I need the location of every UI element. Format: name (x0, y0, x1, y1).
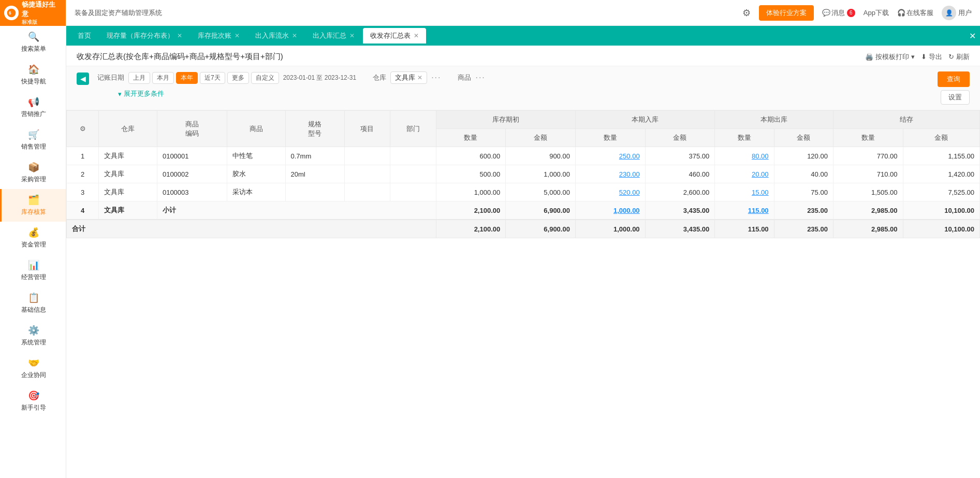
sidebar-label-system: 系统管理 (21, 338, 46, 347)
date-btn-本月[interactable]: 本月 (152, 72, 174, 84)
row-out-qty[interactable]: 15.00 (715, 183, 774, 201)
settings-icon[interactable]: ⚙ (742, 7, 751, 19)
out-qty-link[interactable]: 20.00 (752, 170, 769, 178)
sidebar-item-operations[interactable]: 📊经营管理 (0, 254, 66, 287)
sidebar-item-quick[interactable]: 🏠快捷导航 (0, 59, 66, 91)
total-row: 合计 2,100.00 6,900.00 1,000.00 3,435.00 1… (67, 220, 980, 238)
sidebar-item-cooperation[interactable]: 🤝企业协同 (0, 352, 66, 385)
svg-point-0 (7, 9, 16, 18)
row-out-qty[interactable]: 80.00 (715, 147, 774, 165)
filter-bar: ◀ 记账日期 上月本月本年近7天更多自定义 2023-01-01 至 2023-… (66, 66, 980, 110)
open-qty-header: 数量 (436, 129, 506, 147)
out-qty-link[interactable]: 80.00 (752, 152, 769, 160)
subtotal-in-amt: 3,435.00 (645, 201, 715, 220)
tab-close-icon[interactable]: ✕ (235, 32, 240, 39)
refresh-button[interactable]: ↻ 刷新 (948, 52, 970, 62)
row-open-amt: 1,000.00 (506, 165, 576, 183)
tab---[interactable]: 首页 (70, 28, 98, 44)
row-out-amt: 40.00 (774, 165, 833, 183)
row-out-amt: 75.00 (774, 183, 833, 201)
row-open-qty: 1,000.00 (436, 183, 506, 201)
date-btn-近7天[interactable]: 近7天 (200, 72, 225, 84)
close-all-icon[interactable]: ✕ (969, 31, 976, 41)
dept-header: 部门 (390, 111, 436, 147)
goods-more-icon[interactable]: ··· (475, 73, 485, 82)
date-buttons: 上月本月本年近7天更多自定义 (128, 72, 279, 84)
tab-close-icon[interactable]: ✕ (292, 32, 297, 39)
in-qty-link[interactable]: 230.00 (619, 170, 640, 178)
sidebar-item-inventory[interactable]: 🗂️库存核算 (0, 189, 66, 222)
tab-close-icon[interactable]: ✕ (349, 32, 355, 39)
expand-more-button[interactable]: ▾ 展开更多条件 (118, 89, 486, 98)
row-out-qty[interactable]: 20.00 (715, 165, 774, 183)
in-qty-link[interactable]: 250.00 (619, 152, 640, 160)
in-qty-link[interactable]: 520.00 (619, 189, 640, 196)
date-btn-自定义[interactable]: 自定义 (251, 72, 279, 84)
printer-icon: 🖨️ (865, 53, 873, 61)
row-name: 采访本 (227, 183, 285, 201)
user-menu[interactable]: 👤 用户 (942, 6, 972, 20)
page-actions: 🖨️ 按模板打印 ▾ ⬇ 导出 ↻ 刷新 (865, 52, 970, 62)
sidebar-item-basic[interactable]: 📋基础信息 (0, 287, 66, 320)
subtotal-close-qty: 2,985.00 (833, 201, 903, 220)
tab-close-icon[interactable]: ✕ (414, 32, 419, 39)
warehouse-more-icon[interactable]: ··· (431, 73, 441, 82)
sidebar-item-guide[interactable]: 🎯新手引导 (0, 385, 66, 417)
sidebar-item-sales[interactable]: 🛒销售管理 (0, 124, 66, 156)
subtotal-out-qty-link[interactable]: 115.00 (748, 207, 769, 214)
settings-small-button[interactable]: 设置 (941, 90, 970, 105)
date-btn-上月[interactable]: 上月 (128, 72, 150, 84)
user-name: 用户 (958, 8, 972, 18)
open-amt-header: 金额 (506, 129, 576, 147)
tab-----------[interactable]: 现存量（库存分布表）✕ (99, 28, 189, 44)
date-btn-更多[interactable]: 更多 (227, 72, 249, 84)
total-out-amt: 235.00 (774, 220, 833, 238)
subtotal-open-qty: 2,100.00 (436, 201, 506, 220)
row-code: 0100001 (157, 147, 227, 165)
row-project (344, 147, 390, 165)
code-header: 商品编码 (157, 111, 227, 147)
export-button[interactable]: ⬇ 导出 (921, 52, 942, 62)
system-icon: ⚙️ (28, 325, 39, 336)
notification-item[interactable]: 💬 消息6 (822, 8, 855, 18)
print-button[interactable]: 🖨️ 按模板打印 ▾ (865, 52, 915, 62)
sidebar-item-finance[interactable]: 💰资金管理 (0, 222, 66, 254)
query-button[interactable]: 查询 (938, 71, 970, 87)
total-label: 合计 (67, 220, 436, 238)
date-btn-本年[interactable]: 本年 (176, 72, 198, 84)
total-close-amt: 10,100.00 (903, 220, 979, 238)
in-qty-header: 数量 (575, 129, 645, 147)
guide-icon: 🎯 (28, 390, 39, 401)
tab------[interactable]: 出入库汇总✕ (305, 28, 362, 44)
row-in-qty[interactable]: 250.00 (575, 147, 645, 165)
trial-button[interactable]: 体验行业方案 (759, 5, 814, 21)
tab------[interactable]: 出入库流水✕ (248, 28, 304, 44)
row-open-qty: 500.00 (436, 165, 506, 183)
warehouse-tag-close[interactable]: ✕ (417, 74, 422, 81)
online-service-link[interactable]: 🎧 在线客服 (897, 8, 933, 18)
row-in-qty[interactable]: 520.00 (575, 183, 645, 201)
system-title: 装备及固定资产辅助管理系统 (75, 8, 734, 18)
tab-------[interactable]: 收发存汇总表✕ (363, 28, 426, 44)
sidebar-item-purchase[interactable]: 📦采购管理 (0, 156, 66, 189)
tab------[interactable]: 库存批次账✕ (191, 28, 247, 44)
row-in-qty[interactable]: 230.00 (575, 165, 645, 183)
date-range: 2023-01-01 至 2023-12-31 (283, 74, 356, 82)
tab-close-icon[interactable]: ✕ (177, 32, 182, 39)
total-open-qty: 2,100.00 (436, 220, 506, 238)
table-settings-header[interactable]: ⚙ (67, 111, 99, 147)
out-qty-link[interactable]: 15.00 (752, 189, 769, 196)
sidebar-item-search[interactable]: 🔍搜索菜单 (0, 26, 66, 59)
subtotal-in-qty-link[interactable]: 1,000.00 (613, 207, 640, 214)
filter-toggle-button[interactable]: ◀ (77, 73, 89, 85)
row-close-amt: 1,155.00 (903, 147, 979, 165)
sidebar-label-basic: 基础信息 (21, 306, 46, 314)
warehouse-label: 仓库 (373, 73, 386, 82)
close-qty-header: 数量 (833, 129, 903, 147)
warehouse-tag[interactable]: 文具库 ✕ (390, 71, 427, 84)
app-download-link[interactable]: App下载 (864, 8, 889, 18)
sidebar-item-system[interactable]: ⚙️系统管理 (0, 320, 66, 352)
row-project (344, 183, 390, 201)
sidebar-item-marketing[interactable]: 📢营销推广 (0, 91, 66, 124)
date-label: 记账日期 (97, 73, 124, 82)
